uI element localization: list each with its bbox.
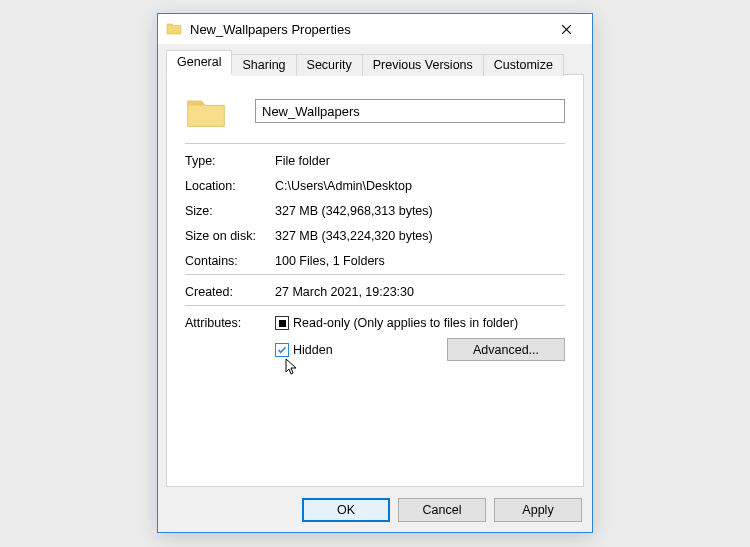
title-bar: New_Wallpapers Properties: [158, 14, 592, 44]
tab-previous-versions[interactable]: Previous Versions: [363, 54, 484, 76]
value-contains: 100 Files, 1 Folders: [275, 254, 565, 268]
tab-customize[interactable]: Customize: [484, 54, 564, 76]
hidden-checkbox[interactable]: [275, 343, 289, 357]
folder-large-icon: [185, 91, 227, 131]
separator: [185, 143, 565, 144]
label-type: Type:: [185, 154, 275, 168]
value-size: 327 MB (342,968,313 bytes): [275, 204, 565, 218]
label-attributes: Attributes:: [185, 316, 275, 330]
label-size: Size:: [185, 204, 275, 218]
cancel-button[interactable]: Cancel: [398, 498, 486, 522]
readonly-checkbox[interactable]: [275, 316, 289, 330]
label-location: Location:: [185, 179, 275, 193]
value-created: 27 March 2021, 19:23:30: [275, 285, 565, 299]
tab-general[interactable]: General: [166, 50, 232, 75]
ok-button[interactable]: OK: [302, 498, 390, 522]
cursor-icon: [285, 358, 299, 376]
tab-panel-general: Type: File folder Location: C:\Users\Adm…: [166, 74, 584, 487]
value-type: File folder: [275, 154, 565, 168]
advanced-button[interactable]: Advanced...: [447, 338, 565, 361]
separator: [185, 305, 565, 306]
folder-name-input[interactable]: [255, 99, 565, 123]
dialog-body: General Sharing Security Previous Versio…: [158, 44, 592, 488]
hidden-label: Hidden: [293, 343, 333, 357]
tab-sharing[interactable]: Sharing: [232, 54, 296, 76]
label-contains: Contains:: [185, 254, 275, 268]
tab-strip: General Sharing Security Previous Versio…: [166, 50, 584, 75]
label-size-on-disk: Size on disk:: [185, 229, 275, 243]
label-created: Created:: [185, 285, 275, 299]
readonly-label: Read-only (Only applies to files in fold…: [293, 316, 518, 330]
properties-dialog: New_Wallpapers Properties General Sharin…: [157, 13, 593, 533]
value-location: C:\Users\Admin\Desktop: [275, 179, 565, 193]
window-title: New_Wallpapers Properties: [190, 22, 546, 37]
value-size-on-disk: 327 MB (343,224,320 bytes): [275, 229, 565, 243]
dialog-button-bar: OK Cancel Apply: [158, 488, 592, 532]
apply-button[interactable]: Apply: [494, 498, 582, 522]
close-button[interactable]: [546, 15, 586, 43]
tab-security[interactable]: Security: [297, 54, 363, 76]
separator: [185, 274, 565, 275]
folder-icon: [166, 21, 182, 37]
